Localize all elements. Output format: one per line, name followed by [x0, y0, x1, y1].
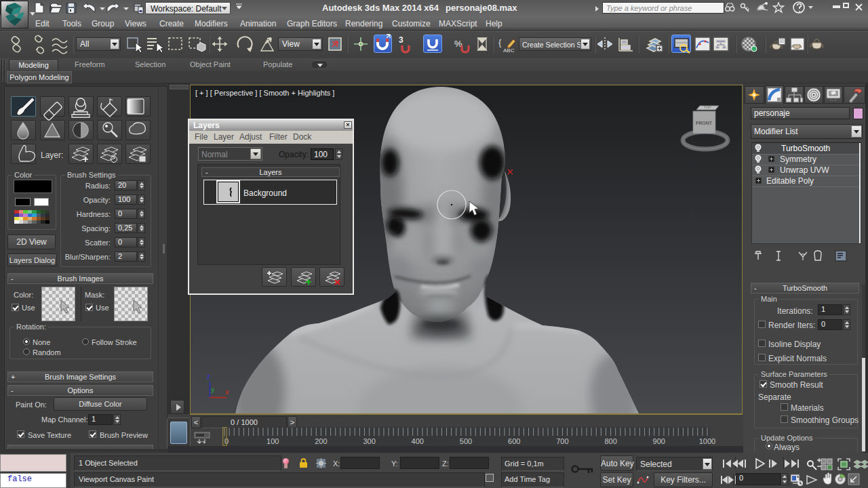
svg-text:TOP: TOP	[703, 105, 711, 109]
svg-text:300: 300	[363, 437, 375, 445]
svg-text:z: z	[207, 373, 210, 380]
svg-text:1000: 1000	[699, 437, 715, 445]
svg-text:800: 800	[604, 437, 616, 445]
svg-text:900: 900	[653, 437, 665, 445]
svg-text:500: 500	[460, 437, 472, 445]
svg-text:100: 100	[267, 437, 279, 445]
svg-text:FRONT: FRONT	[696, 121, 713, 125]
svg-text:3: 3	[399, 35, 403, 45]
svg-text:700: 700	[556, 437, 568, 445]
svg-text:400: 400	[412, 437, 424, 445]
svg-text:200: 200	[315, 437, 327, 445]
svg-text:y: y	[211, 386, 214, 393]
svg-text:ABC: ABC	[503, 47, 515, 54]
svg-text:600: 600	[508, 437, 520, 445]
svg-text:{: {	[498, 37, 502, 47]
svg-text:x: x	[225, 388, 229, 396]
